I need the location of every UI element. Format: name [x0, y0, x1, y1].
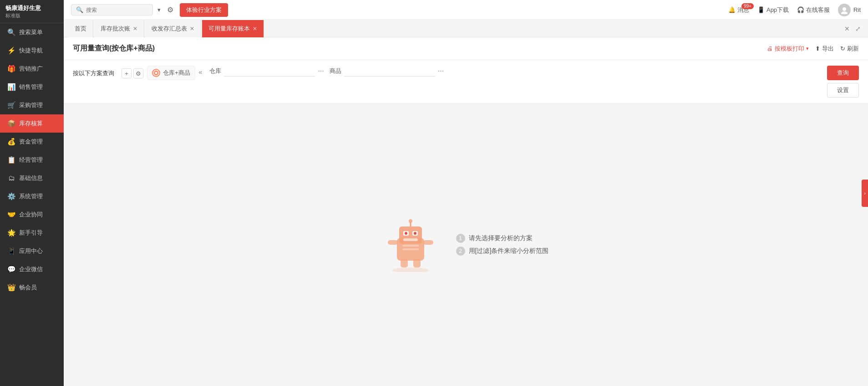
online-service-btn[interactable]: 🎧 在线客服 [797, 6, 830, 14]
settings-icon[interactable]: ⚙ [165, 4, 175, 16]
filter-warehouse: 仓库 ··· [209, 66, 324, 77]
app-download-label: App下载 [766, 6, 789, 14]
scheme-name: 仓库+商品 [163, 69, 190, 77]
sidebar-item-label: 资金管理 [19, 138, 43, 146]
chevron-down-icon: ▾ [157, 6, 161, 13]
maximize-window-btn[interactable]: ⤢ [853, 24, 863, 33]
message-badge: 99+ [741, 3, 754, 9]
brand-sub: 标准版 [5, 12, 58, 19]
tabbar-window-controls: ✕ ⤢ [837, 24, 868, 33]
gear-icon: ⚙️ [7, 192, 15, 201]
sidebar-item-label: 企业协同 [19, 211, 43, 219]
tab-home-label: 首页 [75, 25, 86, 33]
refresh-label: 刷新 [847, 45, 859, 53]
close-tab-collect-icon[interactable]: ✕ [190, 26, 194, 32]
page-content: 可用量查询(按仓库+商品) 🖨 按模板打印 ▾ ⬆ 导出 ↻ 刷新 按以下方案 [64, 37, 868, 386]
scheme-warehouse-goods[interactable]: 仓库+商品 [147, 66, 195, 80]
svg-point-8 [405, 232, 407, 235]
sidebar-item-system[interactable]: ⚙️ 系统管理 [0, 187, 64, 206]
tab-batch-account[interactable]: 库存批次账 ✕ [94, 20, 144, 37]
query-actions: 查询 设置 [827, 66, 859, 98]
search-icon: 🔍 [7, 28, 15, 36]
topbar-search-box[interactable]: 🔍 [71, 4, 153, 15]
sidebar-item-enterprise[interactable]: 🤝 企业协同 [0, 206, 64, 224]
username-label: Rit [853, 6, 861, 13]
sidebar-item-vip[interactable]: 👑 畅会员 [0, 278, 64, 297]
tab-collect-summary-label: 收发存汇总表 [152, 25, 187, 33]
sidebar-item-newbie[interactable]: 🌟 新手引导 [0, 224, 64, 242]
box-icon: 📦 [7, 119, 15, 128]
goods-label: 商品 [330, 67, 341, 75]
settings-scheme-btn[interactable]: ⚙ [133, 68, 143, 78]
gift-icon: 🎁 [7, 65, 15, 73]
tabbar: 首页 库存批次账 ✕ 收发存汇总表 ✕ 可用量库存账本 ✕ ✕ ⤢ [64, 20, 868, 37]
industry-btn[interactable]: 体验行业方案 [180, 3, 228, 17]
topbar-right: 🔔 消息 99+ 📱 App下载 🎧 在线客服 Rit [728, 4, 861, 16]
close-window-btn[interactable]: ✕ [843, 24, 852, 33]
online-service-label: 在线客服 [806, 6, 830, 14]
empty-hint-1-text: 请先选择要分析的方案 [469, 234, 533, 242]
sidebar-item-inventory[interactable]: 📦 库存核算 [0, 114, 64, 133]
sidebar-item-label: 库存核算 [19, 119, 43, 128]
tab-home[interactable]: 首页 [68, 20, 93, 37]
goods-more-icon[interactable]: ··· [438, 67, 444, 75]
add-scheme-btn[interactable]: + [122, 68, 132, 78]
bell-icon: 🔔 [728, 6, 736, 13]
refresh-icon: ↻ [840, 45, 845, 52]
sidebar-item-base-info[interactable]: 🗂 基础信息 [0, 169, 64, 187]
sidebar-item-finance[interactable]: 💰 资金管理 [0, 133, 64, 151]
sidebar-item-label: 系统管理 [19, 192, 43, 201]
empty-hint-1: 1 请先选择要分析的方案 [456, 234, 549, 243]
collapse-btn[interactable]: « [199, 66, 203, 76]
sidebar-item-label: 应用中心 [19, 247, 43, 255]
warehouse-more-icon[interactable]: ··· [318, 67, 324, 75]
sidebar-item-label: 基础信息 [19, 174, 43, 182]
close-tab-available-icon[interactable]: ✕ [253, 26, 257, 32]
search-icon: 🔍 [76, 6, 83, 13]
user-profile[interactable]: Rit [838, 4, 861, 16]
cart-icon: 🛒 [7, 101, 15, 109]
headset-icon: 🎧 [797, 6, 804, 13]
close-tab-batch-icon[interactable]: ✕ [133, 26, 137, 32]
svg-point-9 [414, 232, 416, 235]
search-input[interactable] [86, 7, 141, 13]
app-download-btn[interactable]: 📱 App下载 [757, 6, 789, 14]
warehouse-input[interactable] [224, 66, 315, 77]
sidebar-item-label: 搜索菜单 [19, 28, 43, 36]
sidebar-item-search[interactable]: 🔍 搜索菜单 [0, 23, 64, 41]
folder-icon: 🗂 [7, 174, 15, 182]
filter-fields: 仓库 ··· 商品 ··· [209, 66, 820, 77]
sidebar-item-purchase[interactable]: 🛒 采购管理 [0, 96, 64, 114]
brand-name: 畅康通好生意 [5, 5, 58, 12]
scroll-arrow[interactable]: › [862, 180, 868, 207]
sidebar-brand: 畅康通好生意 标准版 [0, 0, 64, 23]
refresh-btn[interactable]: ↻ 刷新 [840, 45, 859, 53]
tab-available-stock[interactable]: 可用量库存账本 ✕ [202, 20, 264, 37]
sidebar-item-sales[interactable]: 📊 销售管理 [0, 78, 64, 96]
empty-hint-2-text: 用[过滤]条件来缩小分析范围 [469, 247, 549, 255]
page-title: 可用量查询(按仓库+商品) [73, 44, 155, 53]
sidebar-item-marketing[interactable]: 🎁 营销推广 [0, 60, 64, 78]
empty-state: 1 请先选择要分析的方案 2 用[过滤]条件来缩小分析范围 [64, 103, 868, 386]
svg-rect-13 [401, 259, 408, 268]
svg-rect-18 [402, 248, 419, 250]
sidebar-item-operations[interactable]: 📋 经营管理 [0, 151, 64, 169]
filter-settings-btn[interactable]: 设置 [827, 83, 859, 98]
svg-rect-17 [402, 245, 419, 247]
chevron-down-icon: ▾ [806, 46, 809, 51]
filter-schemes: + ⚙ 仓库+商品 « [122, 66, 202, 80]
svg-rect-5 [399, 226, 422, 244]
svg-rect-10 [403, 238, 418, 241]
empty-text: 1 请先选择要分析的方案 2 用[过滤]条件来缩小分析范围 [456, 234, 549, 256]
tab-collect-summary[interactable]: 收发存汇总表 ✕ [145, 20, 201, 37]
sidebar-item-quick-nav[interactable]: ⚡ 快捷导航 [0, 41, 64, 60]
sidebar-item-app-center[interactable]: 📱 应用中心 [0, 242, 64, 260]
sidebar-item-wechat[interactable]: 💬 企业微信 [0, 260, 64, 278]
empty-illustration [383, 217, 438, 272]
export-btn[interactable]: ⬆ 导出 [815, 45, 834, 53]
message-btn[interactable]: 🔔 消息 99+ [728, 6, 749, 14]
print-btn[interactable]: 🖨 按模板打印 ▾ [767, 45, 809, 53]
goods-input[interactable] [344, 66, 435, 77]
query-btn[interactable]: 查询 [827, 66, 859, 80]
topbar-dropdown[interactable]: ▾ [157, 6, 161, 13]
